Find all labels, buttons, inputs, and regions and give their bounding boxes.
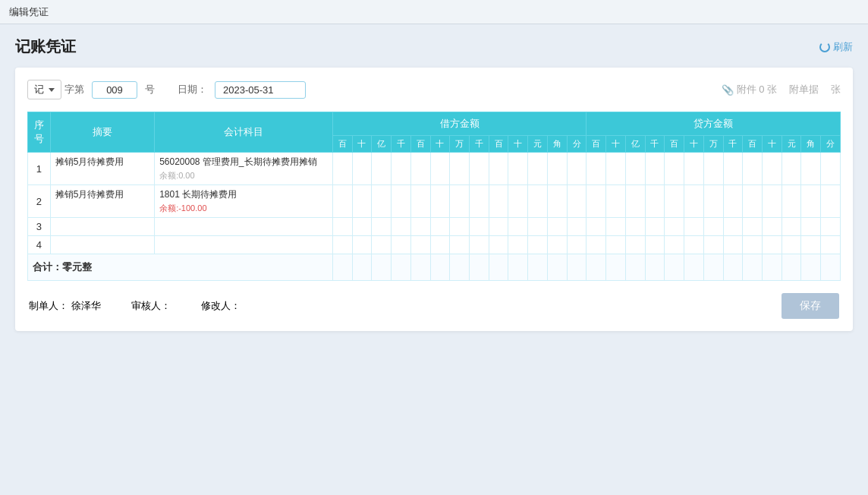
row-2-debit-12[interactable]	[547, 185, 567, 218]
row-4-debit-10[interactable]	[508, 236, 528, 254]
row-4-credit-6[interactable]	[684, 236, 704, 254]
row-3-credit-7[interactable]	[703, 218, 723, 236]
row-2-debit-1[interactable]	[332, 185, 352, 218]
row-2-credit-10[interactable]	[763, 185, 782, 218]
row-4-credit-13[interactable]	[821, 236, 841, 254]
row-4-debit-11[interactable]	[528, 236, 548, 254]
row-summary-3[interactable]	[50, 218, 154, 236]
row-2-debit-9[interactable]	[489, 185, 508, 218]
row-1-debit-3[interactable]	[372, 153, 392, 185]
row-4-debit-3[interactable]	[372, 236, 392, 254]
row-3-credit-8[interactable]	[723, 218, 743, 236]
save-button[interactable]: 保存	[782, 293, 839, 319]
row-1-debit-2[interactable]	[352, 153, 372, 185]
row-3-credit-11[interactable]	[782, 218, 801, 236]
row-3-debit-5[interactable]	[410, 218, 430, 236]
row-3-debit-2[interactable]	[352, 218, 372, 236]
row-4-credit-1[interactable]	[587, 236, 606, 254]
row-4-credit-11[interactable]	[782, 236, 801, 254]
row-summary-1[interactable]: 摊销5月待摊费用	[50, 153, 154, 185]
row-2-debit-13[interactable]	[567, 185, 587, 218]
row-2-credit-9[interactable]	[743, 185, 763, 218]
row-4-credit-4[interactable]	[645, 236, 665, 254]
row-2-debit-8[interactable]	[469, 185, 489, 218]
row-3-credit-9[interactable]	[743, 218, 763, 236]
row-4-credit-7[interactable]	[703, 236, 723, 254]
attachment-link[interactable]: 📎 附件 0 张	[722, 83, 777, 96]
row-4-debit-5[interactable]	[410, 236, 430, 254]
row-4-debit-9[interactable]	[489, 236, 508, 254]
row-3-debit-1[interactable]	[332, 218, 352, 236]
row-3-credit-10[interactable]	[763, 218, 782, 236]
row-2-credit-3[interactable]	[625, 185, 645, 218]
row-1-debit-6[interactable]	[430, 153, 450, 185]
row-3-credit-1[interactable]	[587, 218, 606, 236]
row-1-credit-6[interactable]	[684, 153, 704, 185]
row-1-debit-4[interactable]	[392, 153, 411, 185]
row-3-debit-12[interactable]	[547, 218, 567, 236]
row-1-debit-9[interactable]	[489, 153, 508, 185]
row-summary-2[interactable]: 摊销5月待摊费用	[50, 185, 154, 218]
row-1-credit-5[interactable]	[665, 153, 684, 185]
row-4-debit-6[interactable]	[430, 236, 450, 254]
row-1-credit-9[interactable]	[743, 153, 763, 185]
row-1-credit-1[interactable]	[587, 153, 606, 185]
row-4-credit-3[interactable]	[625, 236, 645, 254]
row-4-credit-12[interactable]	[801, 236, 821, 254]
row-4-debit-1[interactable]	[332, 236, 352, 254]
row-3-credit-13[interactable]	[821, 218, 841, 236]
row-2-debit-5[interactable]	[410, 185, 430, 218]
voucher-number-input[interactable]	[92, 81, 137, 99]
row-3-credit-5[interactable]	[665, 218, 684, 236]
row-4-credit-9[interactable]	[743, 236, 763, 254]
row-3-debit-10[interactable]	[508, 218, 528, 236]
row-3-credit-6[interactable]	[684, 218, 704, 236]
row-2-debit-10[interactable]	[508, 185, 528, 218]
row-1-credit-12[interactable]	[801, 153, 821, 185]
row-1-credit-11[interactable]	[782, 153, 801, 185]
row-3-debit-3[interactable]	[372, 218, 392, 236]
row-2-credit-7[interactable]	[703, 185, 723, 218]
voucher-type-button[interactable]: 记	[27, 80, 61, 99]
row-1-debit-13[interactable]	[567, 153, 587, 185]
refresh-button[interactable]: 刷新	[819, 40, 853, 54]
row-4-debit-7[interactable]	[450, 236, 470, 254]
row-1-credit-3[interactable]	[625, 153, 645, 185]
row-3-debit-8[interactable]	[469, 218, 489, 236]
row-4-credit-10[interactable]	[763, 236, 782, 254]
row-4-debit-12[interactable]	[547, 236, 567, 254]
row-account-2[interactable]: 1801 长期待摊费用余额:-100.00	[155, 185, 333, 218]
row-2-debit-4[interactable]	[392, 185, 411, 218]
row-1-debit-12[interactable]	[547, 153, 567, 185]
row-1-debit-11[interactable]	[528, 153, 548, 185]
row-4-credit-2[interactable]	[606, 236, 626, 254]
row-1-credit-8[interactable]	[723, 153, 743, 185]
row-2-credit-4[interactable]	[645, 185, 665, 218]
row-3-credit-3[interactable]	[625, 218, 645, 236]
row-2-credit-13[interactable]	[821, 185, 841, 218]
row-1-credit-13[interactable]	[821, 153, 841, 185]
row-1-credit-7[interactable]	[703, 153, 723, 185]
row-account-3[interactable]	[155, 218, 333, 236]
row-4-debit-13[interactable]	[567, 236, 587, 254]
row-1-debit-8[interactable]	[469, 153, 489, 185]
date-input[interactable]	[215, 81, 306, 99]
row-1-credit-10[interactable]	[763, 153, 782, 185]
row-account-1[interactable]: 56020008 管理费用_长期待摊费用摊销余额:0.00	[155, 153, 333, 185]
row-3-debit-11[interactable]	[528, 218, 548, 236]
row-1-debit-10[interactable]	[508, 153, 528, 185]
row-4-debit-8[interactable]	[469, 236, 489, 254]
row-1-debit-1[interactable]	[332, 153, 352, 185]
row-2-credit-8[interactable]	[723, 185, 743, 218]
row-1-credit-2[interactable]	[606, 153, 626, 185]
row-2-debit-3[interactable]	[372, 185, 392, 218]
row-2-credit-6[interactable]	[684, 185, 704, 218]
row-4-debit-2[interactable]	[352, 236, 372, 254]
row-1-debit-5[interactable]	[410, 153, 430, 185]
row-2-debit-6[interactable]	[430, 185, 450, 218]
row-2-debit-11[interactable]	[528, 185, 548, 218]
row-2-credit-5[interactable]	[665, 185, 684, 218]
attach-single-label[interactable]: 附单据	[789, 83, 819, 96]
row-account-4[interactable]	[155, 236, 333, 254]
row-2-credit-1[interactable]	[587, 185, 606, 218]
